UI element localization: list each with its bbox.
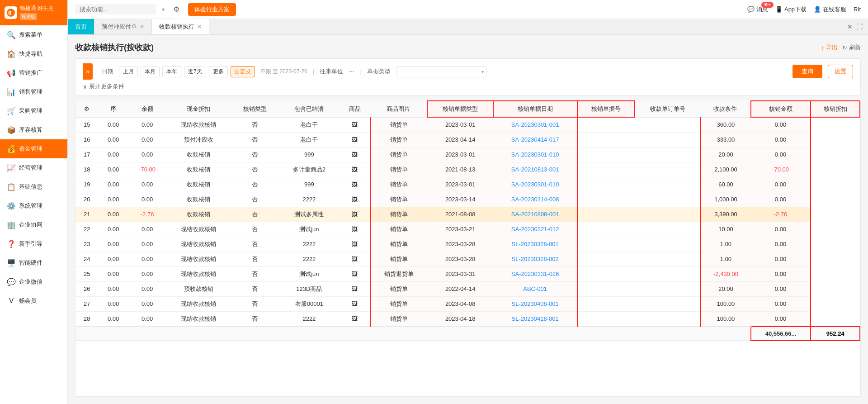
dropdown-icon[interactable]: ▾	[162, 6, 165, 13]
link-SA-20230314-008[interactable]: SA-20230314-008	[511, 196, 559, 203]
date-last-month[interactable]: 上月	[119, 66, 138, 77]
sidebar-item-guide[interactable]: ❓ 新手引导	[0, 234, 67, 253]
cell-verify_discount: 0.00	[751, 281, 811, 296]
link-SL-20230408-001[interactable]: SL-20230408-001	[512, 300, 559, 307]
cell-verify_bill_no[interactable]: SL-20230328-001	[493, 237, 577, 252]
tab-close-prepay[interactable]: ✕	[140, 24, 144, 30]
query-button[interactable]: 查询	[793, 65, 822, 78]
search-input[interactable]	[75, 4, 156, 14]
cell-verify_bill_no[interactable]: SA-20230314-008	[493, 192, 577, 207]
cell-product: 测试多属性	[278, 207, 340, 222]
settings-button[interactable]: 设置	[828, 65, 853, 78]
tab-receipt[interactable]: 收款核销执行✕	[152, 19, 209, 34]
cell-verify_bill_no[interactable]: SA-20230331-026	[493, 266, 577, 281]
cell-verify_type: 现结收款核销	[166, 296, 231, 311]
sidebar-item-operations[interactable]: 📈 经营管理	[0, 158, 67, 177]
sidebar-item-member[interactable]: V 畅会员	[0, 291, 67, 310]
maximize-icon[interactable]: ⛶	[856, 23, 863, 30]
app-download-button[interactable]: 📱 App下载	[775, 5, 807, 14]
tab-label-prepay: 预付冲应付单	[102, 23, 137, 31]
cell-receipt_order_no	[577, 162, 635, 177]
sidebar-item-enterprise[interactable]: 🏢 企业协同	[0, 215, 67, 234]
cell-verify_bill_no[interactable]: ABC-001	[493, 281, 577, 296]
link-SA-20210808-001[interactable]: SA-20210808-001	[511, 211, 559, 218]
cell-cash_discount: 0.00	[128, 311, 166, 327]
sidebar-label-search: 搜索菜单	[19, 31, 42, 39]
date-more[interactable]: 更多	[209, 66, 228, 77]
negative-value: -70.00	[139, 166, 156, 173]
sidebar-item-inventory[interactable]: 📦 库存核算	[0, 120, 67, 139]
cell-cash_discount: 0.00	[128, 192, 166, 207]
sidebar-item-quick-nav[interactable]: 🏠 快捷导航	[0, 44, 67, 63]
link-SA-20230301-001[interactable]: SA-20230301-001	[511, 121, 559, 128]
cell-receipt_order_no	[577, 132, 635, 147]
cell-verify_bill_no[interactable]: SA-20210808-001	[493, 207, 577, 222]
date-this-year[interactable]: 本年	[162, 66, 181, 77]
close-window-icon[interactable]: ✕	[847, 23, 853, 30]
user-menu[interactable]: Rit	[854, 6, 861, 13]
sidebar-item-marketing[interactable]: 📢 营销推广	[0, 63, 67, 82]
cell-verify_bill_no[interactable]: SL-20230408-001	[493, 296, 577, 311]
cell-verify_bill_no[interactable]: SL-20230328-002	[493, 252, 577, 266]
cell-receipt_order_no	[577, 311, 635, 327]
sidebar-item-system[interactable]: ⚙️ 系统管理	[0, 196, 67, 215]
cell-product: 测试jun	[278, 222, 340, 237]
date-custom[interactable]: 自定义	[231, 66, 255, 77]
sidebar-item-wechat[interactable]: 💬 企业微信	[0, 272, 67, 291]
bill-type-select[interactable]	[396, 66, 486, 77]
link-SA-20230331-026[interactable]: SA-20230331-026	[511, 271, 559, 277]
refresh-button[interactable]: ↻ 刷新	[842, 43, 861, 52]
solution-button[interactable]: 体验行业方案	[188, 3, 236, 16]
footer-cell-10	[577, 327, 635, 341]
link-SL-20230328-002[interactable]: SL-20230328-002	[512, 256, 559, 262]
link-SL-20230328-001[interactable]: SL-20230328-001	[512, 241, 559, 247]
date-this-month[interactable]: 本月	[141, 66, 160, 77]
cell-verify_bill_date: 2021-08-13	[427, 162, 494, 177]
date-7days[interactable]: 近7天	[184, 66, 206, 77]
message-button[interactable]: 💬 消息 99+	[747, 5, 768, 14]
export-button[interactable]: ↑ 导出	[821, 43, 838, 52]
link-SL-20230418-001[interactable]: SL-20230418-001	[512, 315, 559, 322]
gear-icon[interactable]: ⚙	[170, 3, 183, 16]
cell-verify_bill_no[interactable]: SA-20230301-010	[493, 177, 577, 192]
expand-more-button[interactable]: ∨ 展开更多条件	[83, 82, 853, 90]
link-SA-20230321-012[interactable]: SA-20230321-012	[511, 226, 559, 233]
link-SA-20210813-001[interactable]: SA-20210813-001	[511, 166, 559, 173]
cell-verify_bill_no[interactable]: SA-20230301-001	[493, 117, 577, 132]
from-unit-dots[interactable]: ···	[349, 67, 354, 76]
link-SA-20230301-010[interactable]: SA-20230301-010	[511, 181, 559, 188]
cell-verify_bill_no[interactable]: SA-20230301-010	[493, 147, 577, 162]
marketing-icon: 📢	[7, 69, 15, 77]
cell-verify_bill_no[interactable]: SL-20230418-001	[493, 311, 577, 327]
filter-toggle-button[interactable]: »	[83, 63, 93, 80]
tab-home[interactable]: 首页	[68, 19, 94, 34]
cell-verify_bill_no[interactable]: SA-20210813-001	[493, 162, 577, 177]
cell-index: 25	[75, 266, 99, 281]
app-logo: 6 畅捷通·好生意 标准版	[0, 0, 67, 25]
link-ABC-001[interactable]: ABC-001	[523, 285, 547, 292]
sidebar-item-hardware[interactable]: 🖥️ 智能硬件	[0, 253, 67, 272]
sidebar: 6 畅捷通·好生意 标准版 🔍 搜索菜单 🏠 快捷导航 📢 营销推广 📊 销售管…	[0, 0, 68, 404]
sidebar-item-sales[interactable]: 📊 销售管理	[0, 82, 67, 101]
link-SA-20230301-010[interactable]: SA-20230301-010	[511, 151, 559, 158]
cell-index: 22	[75, 222, 99, 237]
sidebar-item-finance[interactable]: 💰 资金管理	[0, 139, 67, 158]
cell-verify_type: 现结收款核销	[166, 252, 231, 266]
sidebar-item-search[interactable]: 🔍 搜索菜单	[0, 25, 67, 44]
cell-receipt_order_no	[577, 117, 635, 132]
col-header-verify_type: 核销类型	[231, 101, 279, 117]
cell-verify_bill_no[interactable]: SA-20230321-012	[493, 222, 577, 237]
link-SA-20230414-017[interactable]: SA-20230414-017	[511, 136, 559, 143]
cell-receipt_order_no	[577, 207, 635, 222]
online-service-button[interactable]: 👤 在线客服	[814, 5, 846, 14]
sidebar-label-operations: 经营管理	[19, 164, 42, 172]
col-header-settings[interactable]: ⚙	[75, 101, 99, 117]
sidebar-item-basic[interactable]: 📋 基础信息	[0, 177, 67, 196]
cell-verify_bill_no[interactable]: SA-20230414-017	[493, 132, 577, 147]
page-actions: ↑ 导出 ↻ 刷新	[821, 43, 861, 52]
tab-prepay[interactable]: 预付冲应付单✕	[94, 19, 152, 34]
cell-verify_bill_date: 2023-03-28	[427, 237, 494, 252]
cell-verify_type: 收款核销	[166, 147, 231, 162]
sidebar-item-purchase[interactable]: 🛒 采购管理	[0, 101, 67, 120]
tab-close-receipt[interactable]: ✕	[197, 24, 202, 30]
